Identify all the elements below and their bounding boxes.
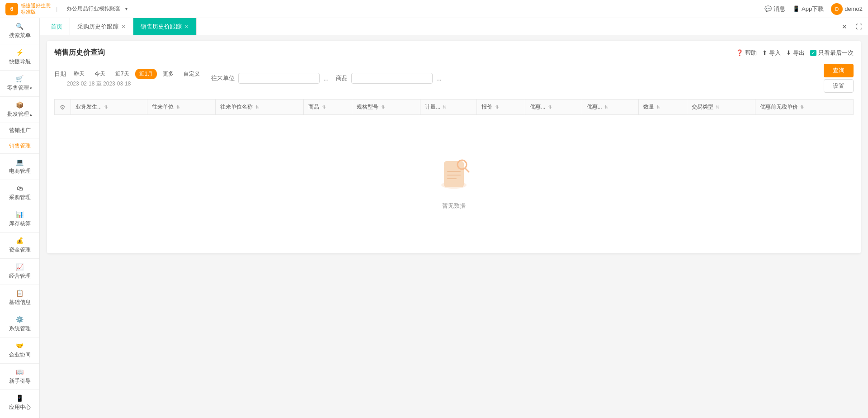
table-col-spec[interactable]: 规格型号 ⇅: [352, 100, 420, 115]
tab-bar: 首页 采购历史价跟踪 ✕ 销售历史价跟踪 ✕ ✕ ⛶: [40, 18, 868, 35]
sidebar-item-enterprise-wechat[interactable]: 💬 企业微信: [0, 416, 39, 418]
sort-icon: ⇅: [716, 104, 719, 109]
logo-icon: 6: [5, 3, 18, 15]
table-col-partner-code[interactable]: 往来单位 ⇅: [147, 100, 216, 115]
sidebar-item-label: 企业协同: [9, 351, 31, 359]
sidebar-item-app-center[interactable]: 📱 应用中心: [0, 390, 39, 416]
wholesale-icon: 📦: [16, 101, 24, 109]
sidebar-item-label: 搜索菜单: [9, 32, 31, 39]
sidebar-item-label: 销售管理: [9, 142, 31, 149]
product-dots[interactable]: ...: [436, 75, 442, 82]
table-col-biz-date[interactable]: 业务发生... ⇅: [71, 100, 147, 115]
sidebar-item-label: 库存核算: [9, 220, 31, 228]
data-table: ⚙ 业务发生... ⇅ 往来单位 ⇅: [54, 99, 854, 115]
table-col-partner-name[interactable]: 往来单位名称 ⇅: [216, 100, 304, 115]
export-icon: ⬇: [786, 49, 791, 56]
tab-purchase-history[interactable]: 采购历史价跟踪 ✕: [70, 18, 133, 35]
search-icon: 🔍: [16, 23, 24, 30]
message-action[interactable]: 💬 消息: [764, 5, 785, 13]
table-col-discount2[interactable]: 优惠... ⇅: [582, 100, 638, 115]
app-center-icon: 📱: [16, 394, 24, 402]
app-download-action[interactable]: 📱 App下载: [793, 5, 824, 13]
retail-icon: 🛒: [16, 75, 24, 82]
main-layout: 🔍 搜索菜单 ⚡ 快捷导航 🛒 零售管理 ▾ 📦 批发管理 ▴ 营销推广 销售管…: [0, 18, 868, 418]
user-action[interactable]: D demo2: [831, 3, 863, 15]
breadcrumb-dropdown-icon[interactable]: ▾: [125, 6, 127, 11]
sidebar-item-purchase-mgmt[interactable]: 🛍 采购管理: [0, 180, 39, 206]
sidebar-item-label: 快捷导航: [9, 58, 31, 66]
date-btn-7days[interactable]: 近7天: [111, 69, 133, 79]
sidebar-item-inventory[interactable]: 📊 库存核算: [0, 206, 39, 233]
table-col-unit[interactable]: 计量... ⇅: [420, 100, 477, 115]
settings-button[interactable]: 设置: [824, 79, 854, 93]
sidebar-item-wholesale-mgmt[interactable]: 📦 批发管理 ▴: [0, 97, 39, 123]
date-btn-1month[interactable]: 近1月: [135, 69, 157, 79]
finance-icon: 💰: [16, 237, 24, 244]
sidebar-item-operations-mgmt[interactable]: 📈 经营管理: [0, 259, 39, 285]
only-last-checkbox-label[interactable]: ✓ 只看最后一次: [810, 49, 854, 57]
date-btn-custom[interactable]: 自定义: [179, 69, 204, 79]
chevron-down-icon: ▾: [30, 86, 32, 90]
sort-icon: ⇅: [104, 104, 108, 109]
sort-icon: ⇅: [255, 104, 259, 109]
sidebar-item-enterprise-collab[interactable]: 🤝 企业协同: [0, 337, 39, 364]
sidebar-item-quick-nav[interactable]: ⚡ 快捷导航: [0, 44, 39, 71]
sidebar-item-system-mgmt[interactable]: ⚙️ 系统管理: [0, 311, 39, 337]
header-right: 💬 消息 📱 App下载 D demo2: [764, 3, 863, 15]
app-icon: 📱: [793, 5, 800, 12]
only-last-checkbox[interactable]: ✓: [810, 50, 816, 56]
page-card: 销售历史价查询 ❓ 帮助 ⬆ 导入 ⬇ 导出: [47, 41, 861, 253]
table-col-settings: ⚙: [55, 100, 71, 115]
date-range-text: 2023-02-18 至 2023-03-18: [67, 80, 204, 88]
export-button[interactable]: ⬇ 导出: [786, 49, 805, 57]
table-col-pre-tax-price[interactable]: 优惠前无税单价 ⇅: [755, 100, 853, 115]
date-btn-more[interactable]: 更多: [159, 69, 178, 79]
maximize-button[interactable]: ⛶: [854, 21, 864, 32]
empty-state: 暂无数据: [54, 115, 854, 246]
table-gear-button[interactable]: ⚙: [59, 104, 66, 111]
table-col-trade-type[interactable]: 交易类型 ⇅: [687, 100, 755, 115]
breadcrumb-separator: |: [56, 5, 57, 12]
table-col-quantity[interactable]: 数量 ⇅: [639, 100, 687, 115]
purchase-history-close-icon[interactable]: ✕: [121, 24, 126, 30]
table-col-product[interactable]: 商品 ⇅: [304, 100, 352, 115]
partner-label: 往来单位: [211, 74, 235, 82]
sidebar-item-label: 批发管理: [7, 110, 29, 118]
date-btn-yesterday[interactable]: 昨天: [70, 69, 89, 79]
tab-home[interactable]: 首页: [43, 18, 70, 35]
sidebar-item-finance-mgmt[interactable]: 💰 资金管理: [0, 233, 39, 259]
tab-sales-history[interactable]: 销售历史价跟踪 ✕: [133, 18, 197, 35]
sidebar-item-label: 基础信息: [9, 299, 31, 306]
partner-input[interactable]: [238, 73, 320, 84]
sort-icon: ⇅: [443, 104, 446, 109]
sort-icon: ⇅: [322, 104, 326, 109]
product-filter-group: 商品 ...: [336, 73, 442, 84]
sidebar-item-marketing[interactable]: 营销推广: [0, 123, 39, 138]
page-content: 销售历史价查询 ❓ 帮助 ⬆ 导入 ⬇ 导出: [40, 35, 868, 418]
table-col-quoted-price[interactable]: 报价 ⇅: [477, 100, 525, 115]
table-col-discount1[interactable]: 优惠... ⇅: [525, 100, 582, 115]
sort-icon: ⇅: [548, 104, 552, 109]
query-button[interactable]: 查询: [824, 64, 854, 77]
quick-nav-icon: ⚡: [16, 49, 24, 56]
sidebar-item-search-menu[interactable]: 🔍 搜索菜单: [0, 18, 39, 44]
sidebar-item-basic-info[interactable]: 📋 基础信息: [0, 285, 39, 311]
purchase-icon: 🛍: [17, 185, 23, 192]
sales-history-close-icon[interactable]: ✕: [184, 24, 189, 30]
sidebar-item-new-guide[interactable]: 📖 新手引导: [0, 364, 39, 390]
sidebar-item-label: 零售管理: [7, 84, 29, 92]
sidebar-item-retail-mgmt[interactable]: 🛒 零售管理 ▾: [0, 71, 39, 97]
sidebar-item-sales-mgmt[interactable]: 销售管理: [0, 138, 39, 154]
date-btn-today[interactable]: 今天: [90, 69, 109, 79]
operations-icon: 📈: [16, 263, 24, 271]
sidebar-item-ecommerce-mgmt[interactable]: 💻 电商管理: [0, 154, 39, 180]
inventory-icon: 📊: [16, 211, 24, 218]
page-actions: ❓ 帮助 ⬆ 导入 ⬇ 导出 ✓ 只看最后一次: [736, 49, 854, 57]
top-header: 6 畅捷通好生意 标准版 | 办公用品行业模拟账套 ▾ 💬 消息 📱 App下载…: [0, 0, 868, 18]
partner-dots[interactable]: ...: [323, 75, 329, 82]
help-button[interactable]: ❓ 帮助: [736, 49, 757, 57]
import-button[interactable]: ⬆ 导入: [762, 49, 781, 57]
sidebar-item-label: 资金管理: [9, 246, 31, 254]
product-input[interactable]: [351, 73, 433, 84]
close-tab-button[interactable]: ✕: [839, 21, 850, 32]
